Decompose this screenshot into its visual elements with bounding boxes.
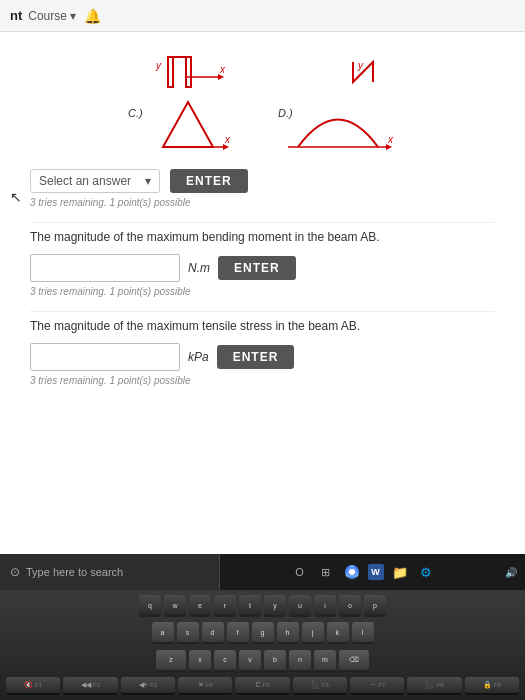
- diagram-c: C.) y x x: [128, 47, 248, 157]
- taskbar-time: 🔊: [505, 567, 517, 578]
- key-y[interactable]: y: [264, 595, 286, 617]
- diagram-d: D.) y x: [278, 47, 398, 157]
- taskbar-word-icon[interactable]: W: [368, 564, 384, 580]
- question-2-input[interactable]: [30, 343, 180, 371]
- key-backspace[interactable]: ⌫: [339, 650, 369, 672]
- key-o[interactable]: o: [339, 595, 361, 617]
- taskbar-settings-icon[interactable]: ⚙: [416, 562, 436, 582]
- bell-icon[interactable]: 🔔: [84, 8, 101, 24]
- svg-text:x: x: [387, 134, 394, 145]
- key-s[interactable]: s: [177, 622, 199, 644]
- search-text: Type here to search: [26, 566, 123, 578]
- question-2-tries: 3 tries remaining. 1 point(s) possible: [30, 375, 495, 386]
- fn-key-f9[interactable]: 🔒F9: [465, 677, 519, 695]
- question-2-text: The magnitude of the maximum tensile str…: [30, 318, 495, 335]
- key-f[interactable]: f: [227, 622, 249, 644]
- key-p[interactable]: p: [364, 595, 386, 617]
- key-x[interactable]: x: [189, 650, 211, 672]
- key-u[interactable]: u: [289, 595, 311, 617]
- fn-key-f2[interactable]: ◀◀F2: [63, 677, 117, 695]
- key-g[interactable]: g: [252, 622, 274, 644]
- svg-text:y: y: [357, 60, 364, 71]
- select-answer-dropdown[interactable]: Select an answer ▾: [30, 169, 160, 193]
- taskbar-icons: O ⊞ W 📁 ⚙: [220, 562, 505, 582]
- question-2-block: The magnitude of the maximum tensile str…: [30, 318, 495, 386]
- question-1-tries: 3 tries remaining. 1 point(s) possible: [30, 286, 495, 297]
- question-1-enter-button[interactable]: ENTER: [218, 256, 296, 280]
- key-m[interactable]: m: [314, 650, 336, 672]
- question-2-unit: kPa: [188, 350, 209, 364]
- svg-text:x: x: [219, 64, 226, 75]
- cursor-icon: ↖: [10, 189, 22, 205]
- question-1-input[interactable]: [30, 254, 180, 282]
- fn-key-row: 🔇F1 ◀◀F2 ◀+F3 ✕F4 CF5 ⬛F6 →F7 ⬛F8 🔒F9: [6, 677, 519, 695]
- key-h[interactable]: h: [277, 622, 299, 644]
- svg-rect-6: [186, 57, 191, 87]
- key-row-2: a s d f g h j k l: [6, 622, 519, 644]
- fn-key-f7[interactable]: →F7: [350, 677, 404, 695]
- svg-marker-8: [163, 102, 213, 147]
- key-q[interactable]: q: [139, 595, 161, 617]
- key-c[interactable]: c: [214, 650, 236, 672]
- key-row-3: z x c v b n m ⌫: [6, 650, 519, 672]
- fn-key-f6[interactable]: ⬛F6: [293, 677, 347, 695]
- taskbar-cortana-icon[interactable]: O: [290, 562, 310, 582]
- fn-key-f5[interactable]: CF5: [235, 677, 289, 695]
- course-nav[interactable]: Course ▾: [28, 9, 76, 23]
- taskbar-task-icon[interactable]: ⊞: [316, 562, 336, 582]
- key-a[interactable]: a: [152, 622, 174, 644]
- question-1-unit: N.m: [188, 261, 210, 275]
- key-d[interactable]: d: [202, 622, 224, 644]
- answer-enter-button[interactable]: ENTER: [170, 169, 248, 193]
- fn-key-f1[interactable]: 🔇F1: [6, 677, 60, 695]
- diagrams-area: C.) y x x D.: [30, 42, 495, 157]
- svg-text:x: x: [224, 134, 231, 145]
- keyboard-area: q w e r t y u i o p a s d f g h j k l z …: [0, 590, 525, 700]
- fn-key-f8[interactable]: ⬛F8: [407, 677, 461, 695]
- key-v[interactable]: v: [239, 650, 261, 672]
- fn-key-f4[interactable]: ✕F4: [178, 677, 232, 695]
- svg-text:D.): D.): [278, 107, 293, 119]
- dropdown-icon: ▾: [145, 174, 151, 188]
- key-i[interactable]: i: [314, 595, 336, 617]
- key-j[interactable]: j: [302, 622, 324, 644]
- taskbar-folder-icon[interactable]: 📁: [390, 562, 410, 582]
- svg-point-18: [349, 569, 355, 575]
- page-title: nt: [10, 8, 22, 23]
- svg-text:C.): C.): [128, 107, 143, 119]
- taskbar-chrome-icon[interactable]: [342, 562, 362, 582]
- svg-rect-5: [168, 57, 173, 87]
- answer-row: Select an answer ▾ ENTER: [30, 169, 495, 193]
- taskbar: ⊙ Type here to search O ⊞ W 📁 ⚙ 🔊: [0, 554, 525, 590]
- key-k[interactable]: k: [327, 622, 349, 644]
- question-1-input-row: N.m ENTER: [30, 254, 495, 282]
- search-bar[interactable]: ⊙ Type here to search: [0, 554, 220, 590]
- question-1-block: The magnitude of the maximum bending mom…: [30, 229, 495, 297]
- key-t[interactable]: t: [239, 595, 261, 617]
- svg-text:y: y: [155, 60, 162, 71]
- key-l[interactable]: l: [352, 622, 374, 644]
- key-n[interactable]: n: [289, 650, 311, 672]
- divider-1: [30, 222, 495, 223]
- answer-tries-text: 3 tries remaining. 1 point(s) possible: [30, 197, 495, 208]
- taskbar-right: 🔊: [505, 567, 525, 578]
- key-z[interactable]: z: [156, 650, 186, 672]
- fn-key-f3[interactable]: ◀+F3: [121, 677, 175, 695]
- main-content: C.) y x x D.: [0, 32, 525, 554]
- key-r[interactable]: r: [214, 595, 236, 617]
- key-row-1: q w e r t y u i o p: [6, 595, 519, 617]
- select-answer-label: Select an answer: [39, 174, 131, 188]
- question-2-input-row: kPa ENTER: [30, 343, 495, 371]
- question-2-enter-button[interactable]: ENTER: [217, 345, 295, 369]
- key-e[interactable]: e: [189, 595, 211, 617]
- key-b[interactable]: b: [264, 650, 286, 672]
- divider-2: [30, 311, 495, 312]
- search-icon: ⊙: [10, 565, 20, 579]
- course-label: Course: [28, 9, 67, 23]
- diagram-c-svg: C.) y x x: [128, 47, 248, 157]
- top-bar: nt Course ▾ 🔔: [0, 0, 525, 32]
- key-w[interactable]: w: [164, 595, 186, 617]
- diagram-d-svg: D.) y x: [278, 47, 398, 157]
- question-1-text: The magnitude of the maximum bending mom…: [30, 229, 495, 246]
- course-dropdown-icon[interactable]: ▾: [70, 9, 76, 23]
